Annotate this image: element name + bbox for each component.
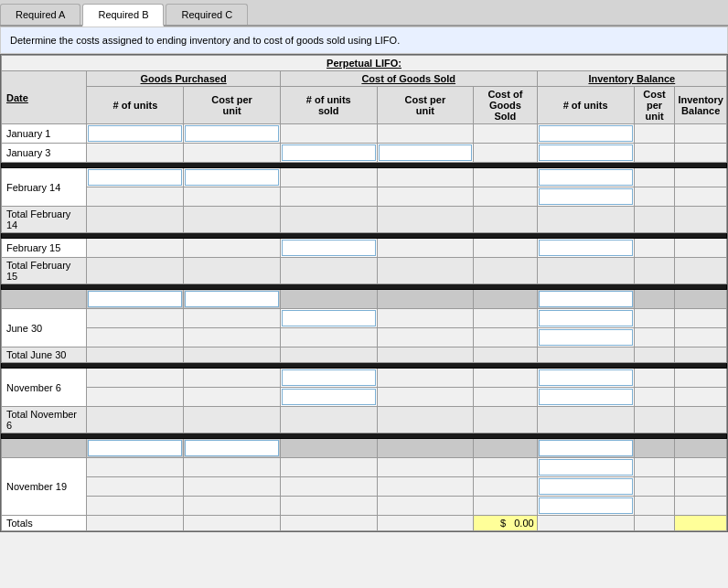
cell[interactable] [184,439,280,458]
cell [537,516,634,531]
cell[interactable] [280,144,377,163]
table-row [2,439,727,458]
input-field[interactable] [539,459,633,476]
cell [87,187,184,207]
input-field[interactable] [539,169,633,186]
input-field[interactable] [539,440,633,456]
cell[interactable] [537,124,634,144]
cell [634,516,675,531]
cell [184,516,280,531]
cell[interactable] [280,388,377,407]
input-field[interactable] [539,478,633,495]
cell[interactable] [537,168,634,187]
cell[interactable] [537,239,634,258]
cell[interactable] [87,124,184,144]
cell[interactable] [537,290,634,309]
input-field[interactable] [88,440,182,456]
input-field[interactable] [282,240,376,256]
cell[interactable] [184,124,280,144]
cell [634,369,675,388]
cell [474,168,538,187]
cell [87,388,184,407]
cell [474,458,538,477]
cell[interactable] [280,239,377,258]
input-field[interactable] [88,291,182,307]
cell [675,407,727,433]
cell [537,347,634,363]
tab-required-b[interactable]: Required B [82,4,164,27]
input-field[interactable] [539,125,633,142]
cell[interactable] [537,458,634,477]
input-field[interactable] [282,144,376,161]
tab-required-c[interactable]: Required C [166,4,248,25]
input-field[interactable] [88,125,182,142]
totals-ib-value [675,516,727,531]
cell [474,239,538,258]
input-field[interactable] [282,369,376,386]
cell [474,207,538,233]
cell [675,258,727,284]
input-field[interactable] [185,440,278,456]
date-label: February 14 [2,168,87,207]
col-group-inventory: Inventory Balance [537,71,726,87]
cell [634,497,675,516]
cell [377,516,473,531]
cell [675,388,727,407]
cell[interactable] [87,290,184,309]
table-row [2,497,727,516]
tab-required-a[interactable]: Required A [0,4,80,25]
tabs-container: Required A Required B Required C [0,0,728,27]
input-field[interactable] [185,169,278,186]
cell[interactable] [87,439,184,458]
table-row [2,328,727,347]
cell[interactable] [184,168,280,187]
cell [537,258,634,284]
cell [474,497,538,516]
input-field[interactable] [539,497,633,514]
cell[interactable] [537,187,634,207]
cell [634,347,675,363]
cell [634,239,675,258]
cell [675,168,727,187]
input-field[interactable] [539,144,633,161]
input-field[interactable] [185,125,278,142]
input-field[interactable] [282,310,376,326]
cell[interactable] [537,309,634,328]
total-row: Total February 14 [2,207,727,233]
cell[interactable] [537,328,634,347]
totals-row: Totals $ 0.00 [2,516,727,531]
date-label: November 6 [2,369,87,407]
cell [675,369,727,388]
table-row: November 6 [2,369,727,388]
cell [87,258,184,284]
input-field[interactable] [539,240,633,256]
cell[interactable] [377,144,473,163]
total-row: Total February 15 [2,258,727,284]
input-field[interactable] [282,389,376,405]
cell[interactable] [537,369,634,388]
input-field[interactable] [539,329,633,346]
cell[interactable] [280,309,377,328]
cell[interactable] [537,144,634,163]
tab-bar: Required A Required B Required C [0,0,728,27]
input-field[interactable] [88,169,182,186]
input-field[interactable] [539,310,633,326]
cell[interactable] [87,168,184,187]
input-field[interactable] [539,389,633,405]
cell[interactable] [537,497,634,516]
cell[interactable] [280,369,377,388]
input-field[interactable] [539,291,633,307]
input-field[interactable] [539,188,633,205]
date-label [2,290,87,309]
cell[interactable] [537,439,634,458]
cell [280,124,377,144]
input-field[interactable] [185,291,278,307]
cell[interactable] [184,290,280,309]
cell [474,388,538,407]
cell[interactable] [537,388,634,407]
cell [280,290,377,309]
input-field[interactable] [539,369,633,386]
cell[interactable] [537,477,634,497]
input-field[interactable] [379,144,472,161]
cell [474,328,538,347]
